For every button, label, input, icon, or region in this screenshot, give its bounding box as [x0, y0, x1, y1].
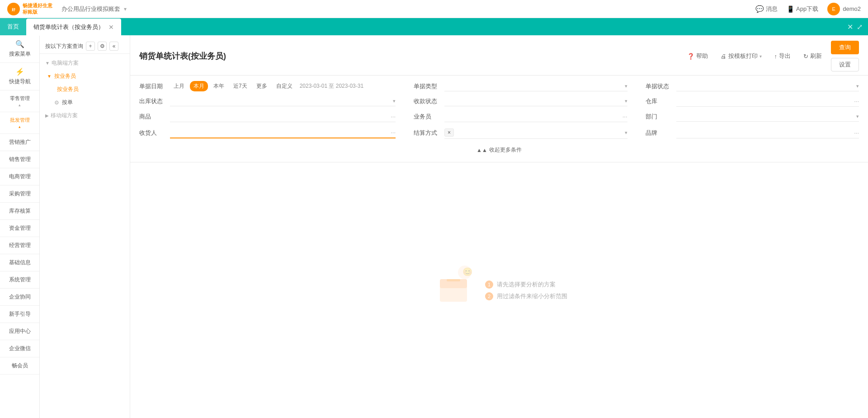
settings-btn[interactable]: 设置 [831, 58, 859, 71]
query-btn[interactable]: 查询 [831, 41, 859, 54]
date-btn-more[interactable]: 更多 [253, 81, 271, 91]
brand-control[interactable]: ··· [676, 128, 859, 138]
recipient-control[interactable]: ··· [170, 127, 396, 138]
sidebar-item-wholesale[interactable]: 批发管理 ▴ [0, 112, 39, 134]
close-tab-icon[interactable]: ✕ [847, 23, 853, 31]
settlement-control[interactable]: × ▾ [444, 127, 627, 139]
sidebar-item-purchase[interactable]: 采购管理 [0, 185, 39, 203]
salesperson-control[interactable]: ··· [444, 111, 627, 122]
svg-text:好: 好 [11, 7, 16, 11]
doc-status-dropdown-icon: ▾ [856, 83, 859, 89]
sidebar: 🔍 搜索菜单 ⚡ 快捷导航 零售管理 ▴ 批发管理 ▴ 营销推广 销售管理 电商… [0, 35, 40, 418]
left-panel: 按以下方案查询 + ⚙ « ▼ 电脑端方案 ▼ 按业务员 [40, 35, 130, 418]
tab-bar: 首页 销货单统计表（按业务员） ✕ ✕ ⤢ [0, 18, 868, 35]
tree-section-pc: ▼ 电脑端方案 [40, 57, 130, 70]
payment-label: 收款状态 [414, 97, 441, 105]
brand-label: 品牌 [646, 129, 673, 137]
message-btn[interactable]: 💬 消息 [755, 5, 778, 13]
sidebar-item-marketing[interactable]: 营销推广 [0, 134, 39, 151]
sidebar-item-search[interactable]: 🔍 搜索菜单 [0, 35, 39, 63]
date-btn-thismonth[interactable]: 本月 [190, 81, 208, 91]
department-control[interactable]: ▾ [676, 112, 859, 122]
recipient-input[interactable] [170, 129, 391, 136]
user-area[interactable]: E demo2 [827, 3, 861, 15]
date-btn-lastmonth[interactable]: 上月 [170, 81, 188, 91]
filter-doc-type: 单据类型 ▾ [414, 81, 627, 91]
step-num-2: 2 [485, 292, 493, 300]
date-label: 单据日期 [139, 82, 166, 90]
sidebar-item-guide[interactable]: 新手引导 [0, 306, 39, 323]
dropdown-icon[interactable]: ▾ [124, 6, 127, 12]
right-content: 销货单统计表(按业务员) ❓ 帮助 🖨 按模板打印 ▾ ↑ 导出 [130, 35, 868, 418]
phone-icon: 📱 [787, 5, 794, 13]
app-download-btn[interactable]: 📱 App下载 [787, 5, 818, 13]
expand-icon[interactable]: ⤢ [857, 23, 863, 31]
avatar: E [827, 3, 840, 15]
date-btn-custom[interactable]: 自定义 [273, 81, 296, 91]
sidebar-item-finance[interactable]: 资金管理 [0, 220, 39, 237]
tree-order-icon: ⚙ [54, 100, 59, 106]
outbound-control[interactable]: ▾ [170, 96, 396, 106]
doc-type-control[interactable]: ▾ [444, 81, 627, 91]
empty-illustration: 😊 [431, 261, 476, 319]
sidebar-item-retail[interactable]: 零售管理 ▴ [0, 90, 39, 112]
filter-doc-status: 单据状态 ▾ [646, 81, 859, 91]
date-btn-thisyear[interactable]: 本年 [210, 81, 228, 91]
sidebar-item-member[interactable]: 畅会员 [0, 357, 39, 375]
top-bar-left: 好 畅捷通好生意 标账版 办公用品行业模拟账套 ▾ [7, 3, 127, 15]
brand-dots-icon: ··· [854, 129, 859, 136]
department-label: 部门 [646, 113, 673, 121]
tab-bar-actions: ✕ ⤢ [847, 23, 868, 31]
sidebar-item-sales[interactable]: 销售管理 [0, 151, 39, 168]
svg-rect-4 [447, 279, 460, 281]
warehouse-control[interactable]: ··· [676, 96, 859, 107]
sidebar-item-operation[interactable]: 经营管理 [0, 237, 39, 254]
collapse-panel-btn[interactable]: « [109, 42, 118, 51]
empty-steps: 1 请先选择要分析的方案 2 用过滤条件来缩小分析范围 [485, 280, 567, 300]
date-options: 上月 本月 本年 近7天 更多 自定义 2023-03-01 至 2023-03… [170, 81, 396, 91]
recipient-dots-icon: ··· [391, 129, 396, 136]
sidebar-item-wechat[interactable]: 企业微信 [0, 340, 39, 357]
tree-sub-item-byorder[interactable]: ⚙ 按单 [40, 96, 130, 109]
page-title: 销货单统计表(按业务员) [139, 51, 226, 62]
tree-sub-item-bysalesperson[interactable]: 按业务员 [40, 83, 130, 96]
sidebar-item-ecommerce[interactable]: 电商管理 [0, 168, 39, 185]
payment-dropdown-icon: ▾ [625, 98, 627, 104]
sidebar-item-inventory[interactable]: 库存核算 [0, 203, 39, 220]
tab-home[interactable]: 首页 [0, 18, 26, 35]
payment-control[interactable]: ▾ [444, 96, 627, 106]
settlement-tag: × [444, 128, 454, 137]
tree-section-mobile[interactable]: ▶ 移动端方案 [40, 109, 130, 122]
top-bar-right: 💬 消息 📱 App下载 E demo2 [755, 3, 861, 15]
inner-layout: 按以下方案查询 + ⚙ « ▼ 电脑端方案 ▼ 按业务员 [40, 35, 868, 418]
help-btn[interactable]: ❓ 帮助 [684, 50, 712, 62]
left-panel-header: 按以下方案查询 + ⚙ « [40, 39, 130, 54]
doc-status-control[interactable]: ▾ [676, 81, 859, 91]
collapse-filter-btn[interactable]: ▲▲ 收起更多条件 [139, 143, 859, 157]
recipient-label: 收货人 [139, 129, 166, 137]
filter-row-4: 收货人 ··· 结算方式 × [139, 127, 859, 139]
tab-close-icon[interactable]: ✕ [108, 24, 114, 31]
sidebar-item-basic[interactable]: 基础信息 [0, 254, 39, 271]
product-control[interactable]: ··· [170, 111, 396, 122]
sidebar-item-enterprise[interactable]: 企业协同 [0, 289, 39, 306]
date-btn-7days[interactable]: 近7天 [230, 81, 251, 91]
filter-warehouse: 仓库 ··· [646, 96, 859, 107]
help-icon: ❓ [687, 53, 694, 60]
print-btn[interactable]: 🖨 按模板打印 ▾ [717, 50, 765, 62]
doc-type-label: 单据类型 [414, 82, 441, 90]
export-btn[interactable]: ↑ 导出 [771, 50, 795, 62]
sidebar-item-system[interactable]: 系统管理 [0, 271, 39, 289]
refresh-btn[interactable]: ↻ 刷新 [800, 50, 826, 62]
tree-item-salesperson[interactable]: ▼ 按业务员 [40, 70, 130, 83]
doc-type-dropdown-icon: ▾ [625, 83, 627, 89]
sidebar-item-quicknav[interactable]: ⚡ 快捷导航 [0, 63, 39, 90]
filter-row-1: 单据日期 上月 本月 本年 近7天 更多 自定义 2023-03-01 至 20… [139, 81, 859, 91]
settings-scheme-btn[interactable]: ⚙ [98, 42, 107, 51]
department-dropdown-icon: ▾ [856, 114, 859, 119]
tab-report[interactable]: 销货单统计表（按业务员） ✕ [26, 19, 121, 36]
sidebar-item-appstore[interactable]: 应用中心 [0, 323, 39, 340]
add-scheme-btn[interactable]: + [86, 42, 95, 51]
filter-product: 商品 ··· [139, 111, 396, 122]
settlement-label: 结算方式 [414, 129, 441, 137]
